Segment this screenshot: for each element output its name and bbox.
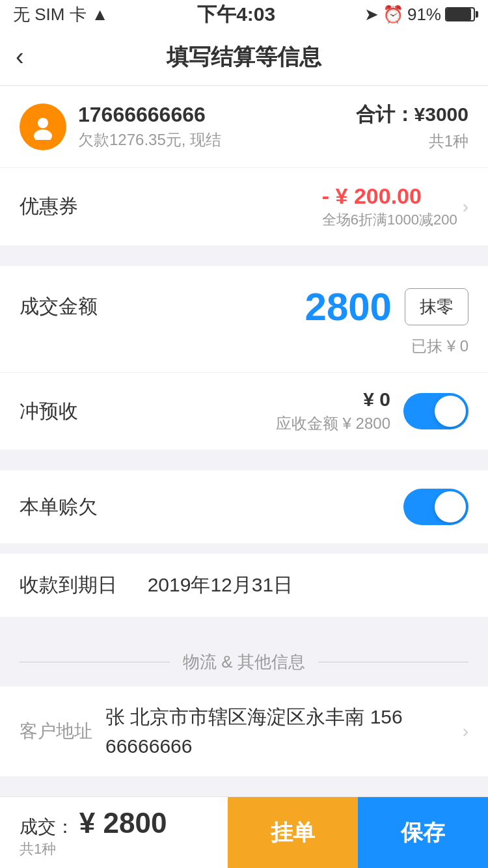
address-label: 客户地址 xyxy=(20,719,92,744)
prepay-toggle[interactable] xyxy=(403,393,468,429)
svg-point-1 xyxy=(34,129,52,140)
status-right: ➤ ⏰ 91% xyxy=(364,5,475,25)
address-chevron-icon: › xyxy=(463,721,468,742)
deal-sub: 已抹 ¥ 0 xyxy=(0,336,488,372)
alarm-icon: ⏰ xyxy=(383,5,403,25)
coupon-label: 优惠券 xyxy=(20,193,78,220)
bottom-left: 成交： ¥ 2800 共1种 xyxy=(0,807,228,859)
bottom-deal-row: 成交： ¥ 2800 xyxy=(20,807,208,839)
total-amount: 合计：¥3000 xyxy=(356,102,468,128)
avatar xyxy=(20,103,66,150)
duedate-label: 收款到期日 xyxy=(20,574,117,595)
duedate-section: 收款到期日 2019年12月31日 xyxy=(0,554,488,617)
location-icon: ➤ xyxy=(364,5,379,25)
main-content: 17666666666 欠款1276.35元, 现结 合计：¥3000 共1种 … xyxy=(0,86,488,868)
prepay-label: 冲预收 xyxy=(20,398,78,425)
credit-toggle-knob xyxy=(435,491,466,522)
back-button[interactable]: ‹ xyxy=(16,43,24,71)
gray-divider-1 xyxy=(0,256,488,266)
bottom-deal-amount: ¥ 2800 xyxy=(79,807,167,839)
coupon-right: - ¥ 200.00 全场6折满1000减200 › xyxy=(322,183,468,230)
deal-row: 成交金额 2800 抹零 xyxy=(0,266,488,336)
address-section[interactable]: 客户地址 张 北京市市辖区海淀区永丰南 156 66666666 › xyxy=(0,686,488,776)
battery-text: 91% xyxy=(407,5,441,25)
page-title: 填写结算等信息 xyxy=(167,42,321,72)
customer-section: 17666666666 欠款1276.35元, 现结 合计：¥3000 共1种 … xyxy=(0,86,488,245)
save-button[interactable]: 保存 xyxy=(358,797,488,869)
bottom-bar: 成交： ¥ 2800 共1种 挂单 保存 xyxy=(0,796,488,868)
carrier-text: 无 SIM 卡 xyxy=(13,3,87,26)
customer-left: 17666666666 欠款1276.35元, 现结 xyxy=(20,103,221,150)
logistics-line-left xyxy=(20,662,170,662)
prepay-info: ¥ 0 应收金额 ¥ 2800 xyxy=(276,388,390,434)
deal-right: 2800 抹零 xyxy=(305,284,468,329)
customer-sub: 欠款1276.35元, 现结 xyxy=(78,129,221,150)
prepay-sub: 应收金额 ¥ 2800 xyxy=(276,413,390,434)
deal-amount: 2800 xyxy=(305,284,392,329)
hold-button[interactable]: 挂单 xyxy=(228,797,358,869)
credit-section: 本单赊欠 xyxy=(0,470,488,543)
coupon-chevron-icon: › xyxy=(463,197,468,217)
customer-phone: 17666666666 xyxy=(78,103,221,127)
customer-right: 合计：¥3000 共1种 xyxy=(356,102,468,152)
duedate-spacer xyxy=(122,574,142,595)
logistics-divider: 物流 & 其他信息 xyxy=(0,638,488,686)
address-content: 张 北京市市辖区海淀区永丰南 156 66666666 xyxy=(105,702,450,761)
deal-label: 成交金额 xyxy=(20,293,98,320)
toggle-knob xyxy=(435,396,466,427)
logistics-line-right xyxy=(318,662,468,662)
logistics-text: 物流 & 其他信息 xyxy=(183,651,305,673)
svg-point-0 xyxy=(38,118,48,128)
deal-section: 成交金额 2800 抹零 已抹 ¥ 0 冲预收 ¥ 0 应收金额 ¥ 2800 xyxy=(0,266,488,450)
status-time: 下午4:03 xyxy=(197,1,275,28)
gray-divider-3 xyxy=(0,627,488,638)
prepay-right: ¥ 0 应收金额 ¥ 2800 xyxy=(276,388,468,434)
wifi-icon: ▲ xyxy=(92,5,109,25)
duedate-value: 2019年12月31日 xyxy=(148,574,293,595)
coupon-row[interactable]: 优惠券 - ¥ 200.00 全场6折满1000减200 › xyxy=(0,167,488,245)
gray-divider-2 xyxy=(0,460,488,470)
battery-icon xyxy=(445,7,475,21)
prepay-row: 冲预收 ¥ 0 应收金额 ¥ 2800 xyxy=(0,372,488,450)
coupon-discount: - ¥ 200.00 xyxy=(322,183,457,209)
customer-info: 17666666666 欠款1276.35元, 现结 xyxy=(78,103,221,150)
nav-bar: ‹ 填写结算等信息 xyxy=(0,29,488,86)
coupon-right-info: - ¥ 200.00 全场6折满1000减200 xyxy=(322,183,457,230)
coupon-desc: 全场6折满1000减200 xyxy=(322,210,457,230)
customer-row: 17666666666 欠款1276.35元, 现结 合计：¥3000 共1种 xyxy=(0,86,488,167)
bottom-count: 共1种 xyxy=(20,839,208,859)
credit-toggle[interactable] xyxy=(403,489,468,525)
total-count: 共1种 xyxy=(356,131,468,152)
status-left: 无 SIM 卡 ▲ xyxy=(13,3,108,26)
bottom-deal-label: 成交： xyxy=(20,817,74,837)
prepay-amount: ¥ 0 xyxy=(276,388,390,411)
status-bar: 无 SIM 卡 ▲ 下午4:03 ➤ ⏰ 91% xyxy=(0,0,488,29)
round-btn[interactable]: 抹零 xyxy=(405,288,468,325)
credit-label: 本单赊欠 xyxy=(20,494,98,521)
